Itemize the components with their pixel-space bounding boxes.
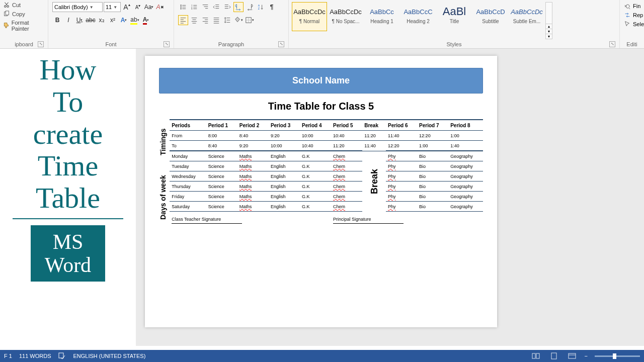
group-clipboard: Cut Copy Format Painter ipboard ⤡ bbox=[0, 0, 48, 48]
borders-button[interactable]: ▾ bbox=[245, 15, 255, 25]
select-icon bbox=[624, 21, 631, 28]
style-subtle-em-[interactable]: AaBbCcDcSubtle Em... bbox=[509, 2, 544, 31]
format-painter-label: Format Painter bbox=[12, 20, 45, 32]
shading-button[interactable]: ▾ bbox=[233, 15, 244, 25]
overlay-badge: MS Word bbox=[31, 225, 105, 282]
svg-rect-12 bbox=[532, 353, 535, 358]
svg-point-4 bbox=[180, 8, 181, 9]
dialog-launcher-icon[interactable]: ⤡ bbox=[609, 41, 615, 47]
bullets-button[interactable] bbox=[178, 2, 188, 12]
copy-button[interactable]: Copy bbox=[2, 10, 46, 18]
group-editing: Fin Rep Sele Editi bbox=[620, 0, 644, 48]
change-case-button[interactable]: Aa▾ bbox=[144, 2, 154, 12]
web-layout-icon[interactable] bbox=[567, 351, 578, 360]
superscript-button[interactable]: x² bbox=[108, 15, 118, 25]
group-paragraph: 123 AZ ¶ ▾ ▾ bbox=[174, 0, 289, 48]
header-cell: Period 5 bbox=[331, 120, 362, 131]
overlay-text: How bbox=[40, 54, 97, 86]
group-label-clipboard: ipboard ⤡ bbox=[2, 40, 46, 48]
divider bbox=[13, 218, 123, 219]
style-heading-2[interactable]: AaBbCcCHeading 2 bbox=[400, 2, 436, 31]
chevron-down-icon: ▼ bbox=[90, 5, 94, 10]
overlay-text: Time bbox=[38, 150, 98, 182]
style-heading-1[interactable]: AaBbCcHeading 1 bbox=[364, 2, 399, 31]
overlay-text: Table bbox=[36, 182, 100, 214]
line-spacing-button[interactable] bbox=[222, 15, 232, 25]
align-right-button[interactable] bbox=[200, 15, 210, 25]
font-size-combo[interactable]: 11▼ bbox=[104, 2, 121, 12]
rtl-button[interactable] bbox=[245, 2, 255, 12]
svg-rect-14 bbox=[551, 353, 556, 359]
shrink-font-button[interactable]: A▾ bbox=[133, 2, 143, 12]
page-count[interactable]: F 1 bbox=[4, 353, 12, 359]
page[interactable]: School Name Time Table for Class 5 Timin… bbox=[145, 56, 497, 327]
header-cell: Period 7 bbox=[417, 120, 448, 131]
strike-button[interactable]: abc bbox=[86, 15, 96, 25]
underline-button[interactable]: U▾ bbox=[74, 15, 85, 25]
sort-button[interactable]: AZ bbox=[256, 2, 266, 12]
svg-rect-15 bbox=[569, 353, 576, 358]
zoom-slider[interactable] bbox=[595, 355, 640, 357]
text-effects-button[interactable]: A▾ bbox=[119, 15, 129, 25]
header-cell: Period 3 bbox=[269, 120, 300, 131]
replace-icon bbox=[624, 12, 631, 19]
multilevel-button[interactable] bbox=[200, 2, 210, 12]
ltr-button[interactable] bbox=[233, 2, 244, 12]
scissors-icon bbox=[3, 2, 10, 9]
copy-label: Copy bbox=[12, 11, 25, 17]
word-count[interactable]: 111 WORDS bbox=[19, 353, 51, 359]
document-area[interactable]: School Name Time Table for Class 5 Timin… bbox=[136, 49, 644, 346]
format-painter-button[interactable]: Format Painter bbox=[2, 19, 46, 32]
styles-more-button[interactable]: ▴▾▾ bbox=[545, 2, 552, 39]
style--no-spac-[interactable]: AaBbCcDc¶ No Spac... bbox=[328, 2, 363, 31]
svg-rect-13 bbox=[536, 353, 539, 358]
read-mode-icon[interactable] bbox=[530, 351, 541, 360]
svg-text:Z: Z bbox=[258, 7, 260, 10]
timings-label: Timings bbox=[159, 119, 170, 164]
print-layout-icon[interactable] bbox=[548, 351, 559, 360]
group-label-styles: Styles ⤡ bbox=[291, 40, 617, 48]
style-title[interactable]: AaBlTitle bbox=[437, 2, 472, 31]
font-color-button[interactable]: A▾ bbox=[141, 15, 151, 25]
justify-button[interactable] bbox=[211, 15, 221, 25]
find-icon bbox=[624, 3, 631, 10]
italic-button[interactable]: I bbox=[63, 15, 73, 25]
clear-format-button[interactable]: A✖ bbox=[155, 2, 165, 12]
cut-button[interactable]: Cut bbox=[2, 1, 46, 9]
header-cell: Period 6 bbox=[386, 120, 417, 131]
header-cell: Break bbox=[362, 120, 386, 131]
style--normal[interactable]: AaBbCcDc¶ Normal bbox=[292, 2, 327, 31]
dialog-launcher-icon[interactable]: ⤡ bbox=[164, 41, 170, 47]
align-left-button[interactable] bbox=[178, 15, 188, 25]
style-subtitle[interactable]: AaBbCcDSubtitle bbox=[473, 2, 508, 31]
subscript-button[interactable]: x₂ bbox=[97, 15, 107, 25]
proofing-icon[interactable] bbox=[58, 352, 66, 360]
header-cell: Period 8 bbox=[448, 120, 483, 131]
zoom-out-button[interactable]: − bbox=[585, 353, 588, 359]
header-cell: Period 2 bbox=[237, 120, 269, 131]
language[interactable]: ENGLISH (UNITED STATES) bbox=[73, 353, 145, 359]
doc-title: Time Table for Class 5 bbox=[159, 101, 483, 112]
group-label-editing: Editi bbox=[622, 40, 642, 48]
find-button[interactable]: Fin bbox=[623, 2, 644, 10]
replace-button[interactable]: Rep bbox=[623, 11, 644, 19]
svg-point-2 bbox=[180, 5, 181, 6]
decrease-indent-button[interactable] bbox=[211, 2, 221, 12]
show-marks-button[interactable]: ¶ bbox=[267, 2, 277, 12]
font-name-combo[interactable]: Calibri (Body)▼ bbox=[52, 2, 103, 12]
grow-font-button[interactable]: A▴ bbox=[122, 2, 132, 12]
align-center-button[interactable] bbox=[189, 15, 199, 25]
highlight-button[interactable]: ab▾ bbox=[130, 15, 140, 25]
bold-button[interactable]: B bbox=[52, 15, 62, 25]
numbering-button[interactable]: 123 bbox=[189, 2, 199, 12]
svg-text:A: A bbox=[258, 4, 260, 7]
paintbrush-icon bbox=[3, 22, 10, 29]
svg-text:3: 3 bbox=[191, 8, 193, 10]
dialog-launcher-icon[interactable]: ⤡ bbox=[38, 41, 44, 47]
dialog-launcher-icon[interactable]: ⤡ bbox=[278, 41, 284, 47]
increase-indent-button[interactable] bbox=[222, 2, 232, 12]
select-button[interactable]: Sele bbox=[623, 20, 644, 28]
header-cell: Period 4 bbox=[300, 120, 331, 131]
school-banner: School Name bbox=[159, 68, 483, 94]
styles-gallery[interactable]: AaBbCcDc¶ NormalAaBbCcDc¶ No Spac...AaBb… bbox=[291, 1, 553, 40]
